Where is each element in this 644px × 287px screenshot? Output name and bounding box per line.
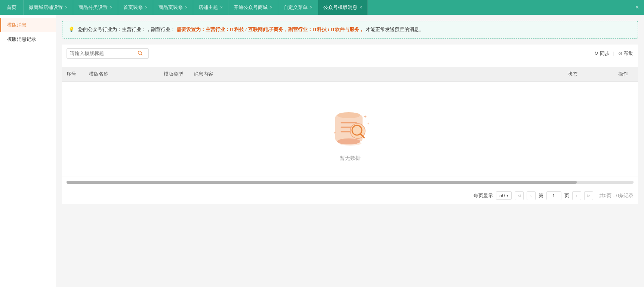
main-layout: 模版消息 模版消息记录 💡 您的公众号行业为：主营行业：，副营行业： 需要设置为… xyxy=(0,15,644,287)
scroll-thumb xyxy=(67,181,577,184)
table-empty-cell: ✦ ✦ ✦ 暂无数据 xyxy=(62,81,638,177)
notice-highlight: 需要设置为：主营行业：IT科技 / 互联网|电子商务，副营行业：IT科技 / I… xyxy=(176,27,364,32)
sidebar-item-template-msg[interactable]: 模版消息 xyxy=(0,18,56,32)
close-category[interactable]: × xyxy=(110,5,113,10)
sidebar-item-log-label: 模版消息记录 xyxy=(7,36,36,42)
table-empty-row: ✦ ✦ ✦ 暂无数据 xyxy=(62,81,638,177)
svg-line-1 xyxy=(141,54,142,55)
page-next-button[interactable]: › xyxy=(572,191,581,200)
nav-tab-template-msg[interactable]: 公众号模版消息 × xyxy=(318,0,368,15)
page-size-select[interactable]: 50 ▾ xyxy=(496,191,511,200)
toolbar-divider: | xyxy=(613,51,614,56)
empty-illustration: ✦ ✦ ✦ xyxy=(328,104,373,149)
page-number-input[interactable] xyxy=(546,191,561,200)
page-total-info: 共0页，0条记录 xyxy=(599,192,634,199)
content-area: 💡 您的公众号行业为：主营行业：，副营行业： 需要设置为：主营行业：IT科技 /… xyxy=(56,15,644,287)
svg-point-0 xyxy=(138,51,142,54)
svg-point-4 xyxy=(337,138,360,144)
custom-menu-label: 自定义菜单 xyxy=(283,4,308,11)
template-msg-label: 公众号模版消息 xyxy=(323,4,357,11)
search-input[interactable] xyxy=(70,51,137,56)
col-header-action: 操作 xyxy=(608,67,638,82)
table-body: ✦ ✦ ✦ 暂无数据 xyxy=(62,81,638,177)
close-custom-menu[interactable]: × xyxy=(310,5,312,10)
empty-state: ✦ ✦ ✦ 暂无数据 xyxy=(62,82,638,177)
notice-text-prefix: 您的公众号行业为：主营行业：，副营行业： xyxy=(78,27,175,32)
sync-icon: ↻ xyxy=(594,51,598,56)
close-all-button[interactable]: × xyxy=(630,0,644,15)
svg-text:✦: ✦ xyxy=(367,122,370,125)
search-input-wrap xyxy=(67,48,149,59)
category-label: 商品分类设置 xyxy=(78,4,108,11)
sidebar: 模版消息 模版消息记录 xyxy=(0,15,56,287)
help-button[interactable]: ⊙ 帮助 xyxy=(618,50,634,57)
sync-button[interactable]: ↻ 同步 xyxy=(594,50,610,57)
page-prev-button[interactable]: ‹ xyxy=(527,191,536,200)
col-header-seq: 序号 xyxy=(62,67,84,82)
page-unit: 页 xyxy=(564,192,569,199)
col-header-content: 消息内容 xyxy=(189,67,563,82)
table-header-row: 序号 模版名称 模版类型 消息内容 状态 xyxy=(62,67,638,82)
search-bar: ↻ 同步 | ⊙ 帮助 xyxy=(62,45,638,62)
nav-tab-home[interactable]: 首页 xyxy=(0,0,24,15)
top-nav: 首页 微商城店铺设置 × 商品分类设置 × 首页装修 × 商品页装修 × 店铺主… xyxy=(0,0,644,15)
search-button[interactable] xyxy=(137,50,143,57)
page-size-label: 每页显示 xyxy=(474,192,493,199)
nav-tab-category[interactable]: 商品分类设置 × xyxy=(73,0,118,15)
col-header-type: 模版类型 xyxy=(159,67,189,82)
page-last-button[interactable]: ⊳ xyxy=(584,191,593,200)
empty-text: 暂无数据 xyxy=(62,155,638,162)
col-header-status: 状态 xyxy=(563,67,608,82)
nav-tab-product-decor[interactable]: 商品页装修 × xyxy=(153,0,193,15)
close-open-mall[interactable]: × xyxy=(270,5,272,10)
data-table: 序号 模版名称 模版类型 消息内容 状态 xyxy=(62,67,638,177)
close-product-decor[interactable]: × xyxy=(185,5,188,10)
table-container: ↻ 同步 | ⊙ 帮助 序号 xyxy=(62,45,638,204)
close-wechat-shop[interactable]: × xyxy=(65,5,68,10)
product-decor-label: 商品页装修 xyxy=(158,4,183,11)
close-template-msg[interactable]: × xyxy=(360,5,362,10)
nav-tab-home-decor[interactable]: 首页装修 × xyxy=(118,0,153,15)
close-shop-theme[interactable]: × xyxy=(220,5,223,10)
open-mall-label: 开通公众号商城 xyxy=(234,4,268,11)
nav-tab-wechat-shop[interactable]: 微商城店铺设置 × xyxy=(24,0,73,15)
notice-box: 💡 您的公众号行业为：主营行业：，副营行业： 需要设置为：主营行业：IT科技 /… xyxy=(62,21,638,39)
close-home-decor[interactable]: × xyxy=(145,5,148,10)
sidebar-item-template-msg-label: 模版消息 xyxy=(7,22,27,28)
sync-label: 同步 xyxy=(600,50,610,57)
table-scrollbar[interactable] xyxy=(62,177,638,187)
svg-text:✦: ✦ xyxy=(333,131,336,135)
page-size-value: 50 xyxy=(499,193,505,198)
sidebar-item-template-msg-log[interactable]: 模版消息记录 xyxy=(0,32,56,46)
page-first-button[interactable]: ⊲ xyxy=(515,191,524,200)
scroll-track xyxy=(67,181,634,184)
svg-point-3 xyxy=(337,112,360,118)
wechat-shop-label: 微商城店铺设置 xyxy=(29,4,63,11)
help-circle-icon: ⊙ xyxy=(618,51,622,56)
page-label: 第 xyxy=(539,192,543,199)
home-decor-label: 首页装修 xyxy=(123,4,143,11)
nav-tab-shop-theme[interactable]: 店铺主题 × xyxy=(193,0,228,15)
notice-icon: 💡 xyxy=(68,27,74,32)
help-label: 帮助 xyxy=(624,50,634,57)
svg-text:✦: ✦ xyxy=(363,114,367,119)
col-header-name: 模版名称 xyxy=(84,67,159,82)
toolbar-right: ↻ 同步 | ⊙ 帮助 xyxy=(594,50,634,57)
shop-theme-label: 店铺主题 xyxy=(198,4,218,11)
notice-text-suffix: 才能正常发送预置的消息。 xyxy=(366,27,424,32)
nav-tab-open-mall[interactable]: 开通公众号商城 × xyxy=(228,0,278,15)
page-size-chevron: ▾ xyxy=(506,193,508,198)
home-tab-label: 首页 xyxy=(7,4,16,11)
pagination: 每页显示 50 ▾ ⊲ ‹ 第 页 › ⊳ 共0页，0条记录 xyxy=(62,187,638,204)
nav-tab-custom-menu[interactable]: 自定义菜单 × xyxy=(278,0,318,15)
table-header: 序号 模版名称 模版类型 消息内容 状态 xyxy=(62,67,638,82)
close-all-icon: × xyxy=(635,4,639,11)
